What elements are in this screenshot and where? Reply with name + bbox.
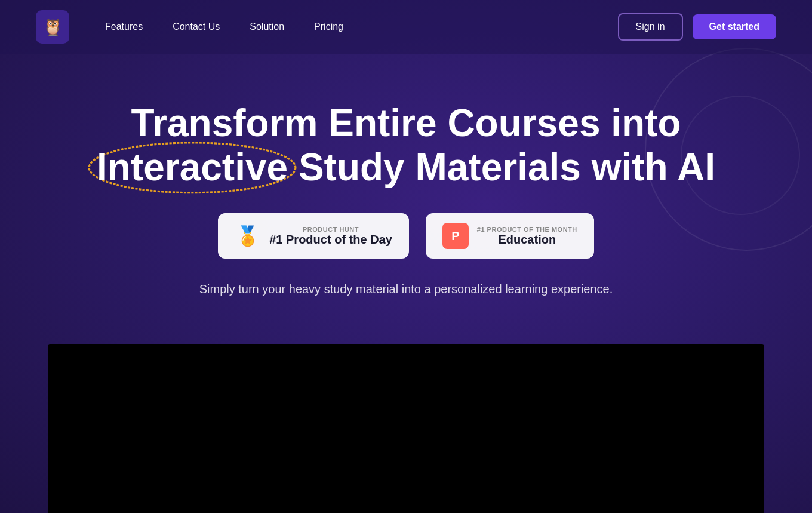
navbar: 🦉 Features Contact Us Solution Pricing S… bbox=[0, 0, 812, 54]
badge-product-month[interactable]: P #1 PRODUCT OF THE MONTH Education bbox=[426, 213, 594, 259]
badge-ph-label: PRODUCT HUNT bbox=[269, 226, 392, 233]
nav-features[interactable]: Features bbox=[105, 21, 143, 32]
nav-pricing[interactable]: Pricing bbox=[314, 21, 343, 32]
hero-section: Transform Entire Courses into Interactiv… bbox=[0, 54, 812, 344]
hero-highlight-text: Interactive bbox=[97, 146, 288, 189]
getstarted-button[interactable]: Get started bbox=[693, 14, 776, 39]
badge-pm-label: #1 PRODUCT OF THE MONTH bbox=[477, 226, 577, 233]
nav-contact[interactable]: Contact Us bbox=[173, 21, 220, 32]
hero-title: Transform Entire Courses into Interactiv… bbox=[36, 102, 776, 189]
badge-pm-value: Education bbox=[477, 233, 577, 247]
badge-ph-value: #1 Product of the Day bbox=[269, 233, 392, 247]
logo-icon: 🦉 bbox=[36, 10, 69, 44]
nav-solution[interactable]: Solution bbox=[250, 21, 284, 32]
nav-actions: Sign in Get started bbox=[618, 13, 776, 41]
badge-product-hunt[interactable]: 🏅 PRODUCT HUNT #1 Product of the Day bbox=[218, 213, 409, 259]
hero-highlight-wrapper: Interactive bbox=[97, 146, 288, 190]
video-block[interactable] bbox=[48, 344, 764, 513]
signin-button[interactable]: Sign in bbox=[618, 13, 683, 41]
hero-subtitle: Simply turn your heavy study material in… bbox=[36, 282, 776, 296]
producthunt-p-icon: P bbox=[442, 223, 469, 249]
hero-title-line2: Study Materials with AI bbox=[299, 146, 715, 189]
award-icon: 🏅 bbox=[235, 223, 261, 249]
nav-links: Features Contact Us Solution Pricing bbox=[105, 21, 618, 32]
logo[interactable]: 🦉 bbox=[36, 10, 69, 44]
badges-row: 🏅 PRODUCT HUNT #1 Product of the Day P #… bbox=[36, 213, 776, 259]
